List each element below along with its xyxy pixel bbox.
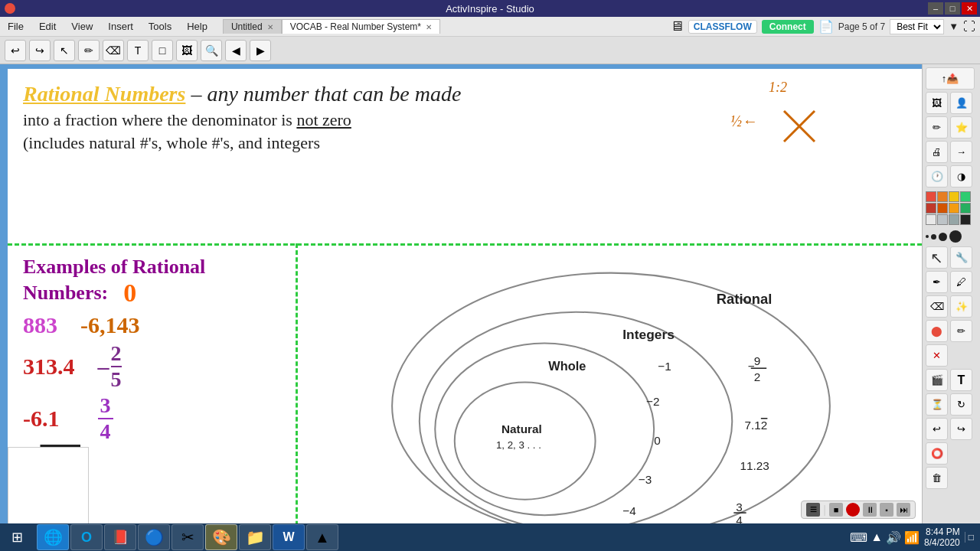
printer-button[interactable]: 🖨 bbox=[926, 141, 948, 163]
back-button[interactable]: ◀ bbox=[225, 40, 247, 61]
color-gray[interactable] bbox=[949, 214, 959, 225]
color-orange[interactable] bbox=[937, 191, 948, 202]
stop-button[interactable]: ■ bbox=[829, 503, 843, 517]
taskbar-drive[interactable]: ▲ bbox=[306, 524, 338, 550]
color-darkgreen[interactable] bbox=[960, 203, 971, 214]
magic-button[interactable]: ✨ bbox=[950, 295, 972, 318]
timer-button[interactable]: ⏳ bbox=[926, 393, 948, 416]
brush-md[interactable] bbox=[939, 233, 947, 241]
select-button[interactable]: ↖ bbox=[54, 40, 75, 61]
arrow-button[interactable]: → bbox=[950, 141, 972, 163]
circle-button[interactable]: ⭕ bbox=[926, 442, 948, 465]
cursor-button[interactable]: ↖ bbox=[926, 246, 948, 269]
taskbar-browser[interactable]: 🌐 bbox=[37, 524, 69, 550]
back2-button[interactable]: ↩ bbox=[926, 418, 948, 440]
image-button[interactable]: 🖼 bbox=[176, 40, 198, 61]
refresh-button[interactable]: ↻ bbox=[950, 393, 972, 416]
examples-label-row: Numbers: 0 bbox=[23, 279, 279, 308]
film-button[interactable]: 🎬 bbox=[926, 369, 948, 391]
color-gold[interactable] bbox=[949, 203, 959, 214]
color-darkred[interactable] bbox=[926, 203, 936, 214]
menu-file[interactable]: File bbox=[0, 19, 31, 34]
pen-button[interactable]: ✏ bbox=[78, 40, 100, 61]
pen-tool[interactable]: ✏ bbox=[926, 116, 948, 139]
pie-button[interactable]: ◑ bbox=[950, 165, 972, 187]
zoom-in-button[interactable]: 🔍 bbox=[201, 40, 222, 61]
undo-button[interactable]: ↩ bbox=[5, 40, 26, 61]
tab-close-vocab[interactable]: ✕ bbox=[426, 23, 432, 31]
menu-edit[interactable]: Edit bbox=[31, 19, 64, 34]
share-button[interactable]: ↑📤 bbox=[926, 67, 975, 90]
forward2-button[interactable]: ↪ bbox=[950, 418, 972, 440]
color-black[interactable] bbox=[960, 214, 971, 225]
menu-view[interactable]: View bbox=[64, 19, 100, 34]
text-button[interactable]: T bbox=[127, 40, 149, 61]
window-controls: – □ ✕ bbox=[928, 2, 980, 15]
minimize-button[interactable]: – bbox=[928, 2, 943, 15]
restore-button[interactable]: □ bbox=[945, 2, 960, 15]
taskbar: ⊞ 🌐 O 📕 🔵 ✂ 🎨 📁 W ▲ ⌨ ▲ 🔊 📶 8:44 PM 8/4/… bbox=[0, 523, 980, 551]
brush-xs[interactable] bbox=[926, 235, 929, 238]
rt-row-circle: ⭕ bbox=[926, 442, 977, 465]
redo-button[interactable]: ↪ bbox=[29, 40, 51, 61]
taskbar-word[interactable]: W bbox=[273, 524, 305, 550]
img-button1[interactable]: 🖼 bbox=[926, 92, 948, 114]
ball-button[interactable]: ⬤ bbox=[926, 320, 948, 342]
star-tool[interactable]: ⭐ bbox=[950, 116, 972, 139]
square-button[interactable]: ▪ bbox=[880, 503, 893, 517]
rt-row-star2: ⏳ ↻ bbox=[926, 393, 977, 416]
next-button[interactable]: ⏭ bbox=[897, 503, 910, 517]
menu-tools[interactable]: Tools bbox=[141, 19, 179, 34]
img-button2[interactable]: 👤 bbox=[950, 92, 972, 114]
title-bar: ActivInspire - Studio – □ ✕ bbox=[0, 0, 980, 17]
color-lightgray[interactable] bbox=[937, 214, 948, 225]
color-darkorange[interactable] bbox=[937, 203, 948, 214]
title-rest: – any number that can be made bbox=[185, 82, 461, 106]
highlighter-button[interactable]: 🖊 bbox=[950, 271, 972, 293]
show-desktop[interactable]: □ bbox=[965, 532, 974, 543]
record-button[interactable] bbox=[846, 503, 860, 517]
color-white[interactable] bbox=[926, 214, 936, 225]
text2-button[interactable]: T bbox=[950, 369, 972, 391]
playback-menu[interactable]: ≡ bbox=[806, 503, 820, 517]
taskbar-explorer[interactable]: 📁 bbox=[239, 524, 271, 550]
wrench-button[interactable]: 🔧 bbox=[950, 246, 972, 269]
outer-ex-3: 11.23 bbox=[740, 459, 769, 472]
pen2-button[interactable]: ✒ bbox=[926, 271, 948, 293]
taskbar-tool2[interactable]: ✂ bbox=[172, 524, 204, 550]
tab-close-untitled[interactable]: ✕ bbox=[267, 23, 273, 31]
start-button[interactable]: ⊞ bbox=[0, 523, 34, 551]
tab-untitled[interactable]: Untitled ✕ bbox=[223, 19, 282, 34]
menu-bar-right: 🖥 CLASSFLOW Connect 📄 Page 5 of 7 Best F… bbox=[670, 18, 980, 34]
color-red[interactable] bbox=[926, 191, 936, 202]
time-display: 8:44 PM bbox=[924, 527, 960, 537]
shape-button[interactable]: □ bbox=[152, 40, 173, 61]
num-883: 883 bbox=[23, 312, 57, 338]
taskbar-outlook[interactable]: O bbox=[70, 524, 103, 550]
connect-button[interactable]: Connect bbox=[762, 20, 814, 34]
fullscreen-icon[interactable]: ⛶ bbox=[963, 20, 975, 34]
color-yellow[interactable] bbox=[949, 191, 959, 202]
taskbar-activinspire[interactable]: 🎨 bbox=[205, 524, 237, 550]
pencil2-button[interactable]: ✏ bbox=[950, 320, 972, 342]
eraser-button[interactable]: ⌫ bbox=[103, 40, 124, 61]
color-green[interactable] bbox=[960, 191, 971, 202]
trash-button[interactable]: 🗑 bbox=[926, 467, 948, 489]
brush-lg[interactable] bbox=[949, 230, 962, 243]
taskbar-tool1[interactable]: 🔵 bbox=[138, 524, 170, 550]
tab-vocab[interactable]: VOCAB - Real Number System* ✕ bbox=[282, 19, 440, 34]
pause-button[interactable]: ⏸ bbox=[863, 503, 877, 517]
brush-sm[interactable] bbox=[931, 234, 936, 240]
rt-row-media: 🖨 → bbox=[926, 141, 977, 163]
clock-button[interactable]: 🕐 bbox=[926, 165, 948, 187]
eraser2-button[interactable]: ⌫ bbox=[926, 295, 948, 318]
taskbar-acrobat[interactable]: 📕 bbox=[104, 524, 136, 550]
menu-insert[interactable]: Insert bbox=[100, 19, 141, 34]
zoom-select[interactable]: Best Fit 100% 75% bbox=[890, 19, 944, 34]
label-natural: Natural bbox=[501, 422, 542, 435]
forward-button[interactable]: ▶ bbox=[250, 40, 271, 61]
cross-button[interactable]: ✕ bbox=[926, 344, 948, 367]
menu-help[interactable]: Help bbox=[179, 19, 215, 34]
rt-row-nav: ↩ ↪ bbox=[926, 418, 977, 440]
close-button[interactable]: ✕ bbox=[962, 2, 977, 15]
